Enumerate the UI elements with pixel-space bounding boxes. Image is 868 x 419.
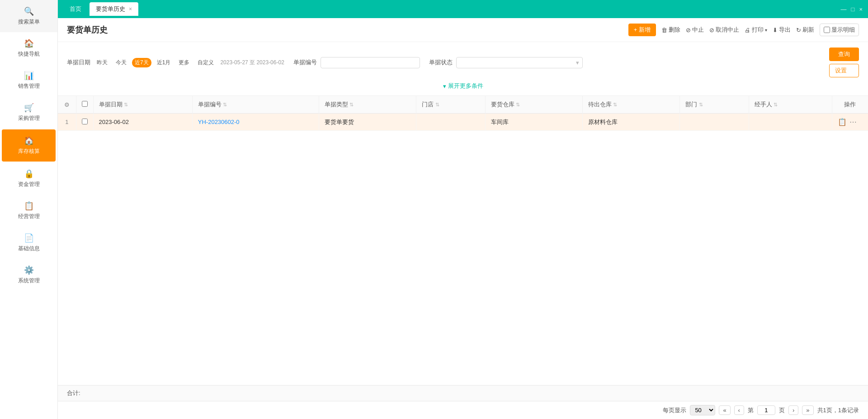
topbar-right: — □ ×	[841, 6, 863, 13]
col-handler-sort: ⇅	[774, 102, 778, 107]
col-shop[interactable]: 门店 ⇅	[416, 96, 485, 114]
col-doc-no[interactable]: 单据编号 ⇅	[192, 96, 319, 114]
status-input[interactable]	[456, 57, 583, 68]
topbar: 首页 要货单历史 × — □ ×	[58, 0, 868, 18]
page-number-input[interactable]	[757, 405, 775, 415]
sidebar-item-label: 系统管理	[18, 277, 40, 285]
window-maximize-icon[interactable]: □	[851, 6, 855, 13]
sidebar-item-finance[interactable]: 🔒 资金管理	[0, 162, 57, 195]
sidebar-item-operation[interactable]: 📋 经营管理	[0, 195, 57, 227]
status-label: 单据状态	[429, 58, 453, 67]
display-detail-checkbox[interactable]	[824, 27, 830, 33]
print-button[interactable]: 🖨 打印 ▾	[745, 26, 767, 34]
row-doc-type: 要货单要货	[319, 114, 416, 131]
tab-home[interactable]: 首页	[63, 2, 88, 16]
sidebar-item-label: 库存核算	[18, 148, 40, 155]
refresh-button[interactable]: ↻ 刷新	[796, 26, 814, 34]
sidebar-item-purchase[interactable]: 🛒 采购管理	[0, 96, 57, 129]
col-checkbox	[76, 96, 93, 114]
col-doc-type[interactable]: 单据类型 ⇅	[319, 96, 416, 114]
col-action-label: 操作	[844, 101, 856, 108]
stop-button[interactable]: ⊘ 中止	[686, 26, 704, 34]
col-shop-label: 门店	[422, 101, 434, 108]
sidebar-item-label: 搜索菜单	[18, 18, 40, 26]
export-button[interactable]: ⬇ 导出	[773, 26, 791, 34]
delete-button[interactable]: 🗑 删除	[661, 26, 680, 34]
table-footer: 合计:	[58, 385, 868, 401]
per-page-select[interactable]: 50 100 200	[690, 405, 715, 415]
col-doc-type-sort: ⇅	[349, 102, 354, 107]
prev-page-btn[interactable]: ‹	[734, 405, 744, 415]
row-date: 2023-06-02	[93, 114, 192, 131]
expand-icon: ▾	[443, 83, 446, 90]
sidebar: 🔍 搜索菜单 🏠 快捷导航 📊 销售管理 🛒 采购管理 🏠 库存核算 🔒 资金管…	[0, 0, 58, 419]
col-dept[interactable]: 部门 ⇅	[680, 96, 749, 114]
row-handler	[749, 114, 832, 131]
col-shop-sort: ⇅	[435, 102, 439, 107]
export-label: 导出	[779, 26, 791, 34]
date-shortcut-yesterday[interactable]: 昨天	[94, 58, 110, 67]
settings-button[interactable]: 设置	[829, 64, 859, 77]
date-shortcut-custom[interactable]: 自定义	[195, 58, 217, 67]
sidebar-item-inventory[interactable]: 🏠 库存核算	[2, 129, 56, 162]
new-button[interactable]: + 新增	[628, 24, 656, 36]
print-dropdown-icon: ▾	[765, 28, 767, 33]
first-page-btn[interactable]: «	[719, 405, 730, 415]
sidebar-item-search[interactable]: 🔍 搜索菜单	[0, 0, 57, 32]
delete-icon: 🗑	[661, 27, 667, 33]
row-more-icon[interactable]: ⋯	[849, 118, 857, 126]
refresh-label: 刷新	[802, 26, 814, 34]
col-pending-warehouse-sort: ⇅	[613, 102, 617, 107]
tab-close-icon[interactable]: ×	[129, 6, 132, 12]
footer-total-label: 合计:	[67, 389, 80, 397]
sidebar-item-system[interactable]: ⚙️ 系统管理	[0, 259, 57, 291]
row-checkbox[interactable]	[82, 119, 88, 124]
col-pending-warehouse[interactable]: 待出仓库 ⇅	[582, 96, 680, 114]
col-handler[interactable]: 经手人 ⇅	[749, 96, 832, 114]
query-button[interactable]: 查询	[829, 48, 859, 61]
last-page-btn[interactable]: »	[802, 405, 813, 415]
col-doc-type-label: 单据类型	[325, 101, 348, 108]
date-shortcut-1month[interactable]: 近1月	[154, 58, 174, 67]
col-date-label: 单据日期	[99, 101, 123, 108]
row-shop	[416, 114, 485, 131]
expand-more-btn[interactable]: ▾ 展开更多条件	[443, 82, 483, 90]
select-all-checkbox[interactable]	[82, 101, 88, 107]
page-suffix: 页	[779, 406, 785, 414]
sidebar-item-basic[interactable]: 📄 基础信息	[0, 227, 57, 259]
system-icon: ⚙️	[24, 265, 34, 275]
date-filter-group: 单据日期 昨天 今天 近7天 近1月 更多 自定义 2023-05-27 至 2…	[67, 58, 284, 67]
main-container: 首页 要货单历史 × — □ × 要货单历史 + 新增 🗑 删除 ⊘ 中	[58, 0, 868, 419]
page-label: 第	[748, 406, 754, 414]
display-detail-button[interactable]: 显示明细	[820, 24, 859, 36]
tab-active[interactable]: 要货单历史 ×	[90, 2, 138, 16]
cancel-stop-button[interactable]: ⊘ 取消中止	[709, 26, 739, 34]
next-page-btn[interactable]: ›	[788, 405, 798, 415]
filter-area: 单据日期 昨天 今天 近7天 近1月 更多 自定义 2023-05-27 至 2…	[58, 42, 868, 96]
print-icon: 🖨	[745, 27, 750, 33]
date-shortcut-7days[interactable]: 近7天	[132, 58, 151, 67]
stop-label: 中止	[692, 26, 704, 34]
col-handler-label: 经手人	[755, 101, 772, 108]
doc-no-input[interactable]	[321, 57, 420, 68]
sidebar-item-quick-nav[interactable]: 🏠 快捷导航	[0, 32, 57, 64]
date-shortcuts: 昨天 今天 近7天 近1月 更多 自定义	[94, 58, 217, 67]
row-edit-icon[interactable]: 📋	[838, 118, 847, 126]
date-shortcut-today[interactable]: 今天	[113, 58, 129, 67]
col-settings[interactable]: ⚙	[58, 96, 76, 114]
stop-icon: ⊘	[686, 27, 691, 33]
refresh-icon: ↻	[796, 27, 801, 33]
per-page-label: 每页显示	[663, 406, 686, 414]
tab-active-label: 要货单历史	[96, 5, 125, 13]
filter-row-1: 单据日期 昨天 今天 近7天 近1月 更多 自定义 2023-05-27 至 2…	[67, 48, 859, 77]
row-doc-no-link[interactable]: YH-20230602-0	[198, 119, 240, 125]
date-shortcut-more[interactable]: 更多	[176, 58, 192, 67]
col-date[interactable]: 单据日期 ⇅	[93, 96, 192, 114]
sidebar-item-sales[interactable]: 📊 销售管理	[0, 64, 57, 96]
col-req-warehouse[interactable]: 要货仓库 ⇅	[485, 96, 582, 114]
tab-home-label: 首页	[70, 5, 81, 13]
date-range-text: 2023-05-27 至 2023-06-02	[220, 59, 284, 67]
window-minimize-icon[interactable]: —	[841, 6, 847, 13]
window-close-icon[interactable]: ×	[859, 6, 863, 13]
col-req-warehouse-sort: ⇅	[516, 102, 520, 107]
